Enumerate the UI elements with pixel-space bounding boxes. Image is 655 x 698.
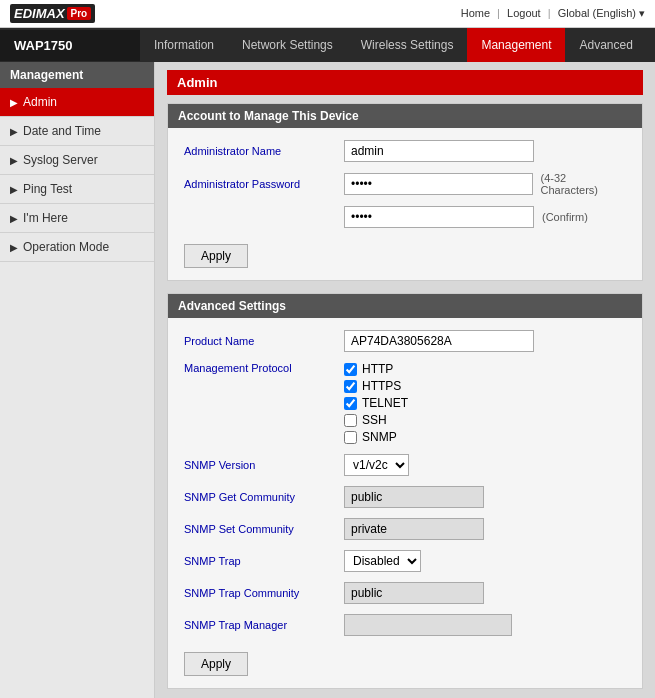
tab-network-settings[interactable]: Network Settings <box>228 28 347 62</box>
sidebar: Management ▶ Admin ▶ Date and Time ▶ Sys… <box>0 62 155 698</box>
protocol-http[interactable]: HTTP <box>344 362 408 376</box>
snmp-trap-manager-input[interactable] <box>344 614 512 636</box>
content-area: Admin Account to Manage This Device Admi… <box>155 62 655 698</box>
snmp-version-select[interactable]: v1/v2c v3 <box>344 454 409 476</box>
sidebar-item-operation-mode-label: Operation Mode <box>23 240 109 254</box>
snmp-version-label: SNMP Version <box>184 459 344 471</box>
snmp-version-row: SNMP Version v1/v2c v3 <box>184 454 626 476</box>
management-protocol-label: Management Protocol <box>184 362 344 374</box>
product-name-input[interactable] <box>344 330 534 352</box>
product-name-label: Product Name <box>184 335 344 347</box>
sidebar-item-date-time[interactable]: ▶ Date and Time <box>0 117 154 146</box>
sidebar-item-imhere-label: I'm Here <box>23 211 68 225</box>
sidebar-title: Management <box>0 62 154 88</box>
tab-wireless-settings[interactable]: Wireless Settings <box>347 28 468 62</box>
tab-advanced[interactable]: Advanced <box>565 28 646 62</box>
telnet-checkbox[interactable] <box>344 397 357 410</box>
snmp-trap-row: SNMP Trap Disabled Enabled <box>184 550 626 572</box>
sidebar-item-admin-label: Admin <box>23 95 57 109</box>
main-layout: Management ▶ Admin ▶ Date and Time ▶ Sys… <box>0 62 655 698</box>
snmp-trap-select[interactable]: Disabled Enabled <box>344 550 421 572</box>
logo: EDIMAX Pro <box>10 4 95 23</box>
admin-name-input[interactable] <box>344 140 534 162</box>
logo-area: EDIMAX Pro <box>10 4 95 23</box>
protocol-snmp[interactable]: SNMP <box>344 430 408 444</box>
account-apply-button[interactable]: Apply <box>184 244 248 268</box>
logo-pro-text: Pro <box>67 7 92 20</box>
sidebar-item-imhere[interactable]: ▶ I'm Here <box>0 204 154 233</box>
management-protocol-row: Management Protocol HTTP HTTPS TELNET <box>184 362 626 444</box>
snmp-trap-label: SNMP Trap <box>184 555 344 567</box>
https-checkbox[interactable] <box>344 380 357 393</box>
language-select[interactable]: Global (English) ▾ <box>558 7 645 19</box>
top-header: EDIMAX Pro Home | Logout | Global (Engli… <box>0 0 655 28</box>
snmp-get-community-row: SNMP Get Community <box>184 486 626 508</box>
sidebar-item-admin[interactable]: ▶ Admin <box>0 88 154 117</box>
sidebar-item-syslog-label: Syslog Server <box>23 153 98 167</box>
admin-password-row: Administrator Password (4-32 Characters) <box>184 172 626 196</box>
nav-tabs: Information Network Settings Wireless Se… <box>140 28 655 62</box>
account-section-body: Administrator Name Administrator Passwor… <box>168 128 642 280</box>
arrow-icon: ▶ <box>10 242 18 253</box>
snmp-trap-community-label: SNMP Trap Community <box>184 587 344 599</box>
snmp-set-community-input[interactable] <box>344 518 484 540</box>
sidebar-item-ping[interactable]: ▶ Ping Test <box>0 175 154 204</box>
account-section-header: Account to Manage This Device <box>168 104 642 128</box>
arrow-icon: ▶ <box>10 155 18 166</box>
page-title: Admin <box>167 70 643 95</box>
admin-password-confirm-input[interactable] <box>344 206 534 228</box>
tab-information[interactable]: Information <box>140 28 228 62</box>
ssh-checkbox[interactable] <box>344 414 357 427</box>
admin-name-row: Administrator Name <box>184 140 626 162</box>
snmp-trap-community-input[interactable] <box>344 582 484 604</box>
snmp-trap-community-row: SNMP Trap Community <box>184 582 626 604</box>
advanced-section-body: Product Name Management Protocol HTTP HT… <box>168 318 642 688</box>
snmp-trap-manager-row: SNMP Trap Manager <box>184 614 626 636</box>
account-section: Account to Manage This Device Administra… <box>167 103 643 281</box>
protocol-checkboxes: HTTP HTTPS TELNET SSH <box>344 362 408 444</box>
admin-name-label: Administrator Name <box>184 145 344 157</box>
snmp-trap-manager-label: SNMP Trap Manager <box>184 619 344 631</box>
snmp-set-community-label: SNMP Set Community <box>184 523 344 535</box>
snmp-get-community-input[interactable] <box>344 486 484 508</box>
arrow-icon: ▶ <box>10 213 18 224</box>
sidebar-item-ping-label: Ping Test <box>23 182 72 196</box>
nav-brand: WAP1750 <box>0 30 140 61</box>
advanced-section-header: Advanced Settings <box>168 294 642 318</box>
admin-password-input[interactable] <box>344 173 533 195</box>
protocol-ssh[interactable]: SSH <box>344 413 408 427</box>
confirm-hint: (Confirm) <box>542 211 588 223</box>
snmp-get-community-label: SNMP Get Community <box>184 491 344 503</box>
password-hint: (4-32 Characters) <box>541 172 626 196</box>
sidebar-item-syslog[interactable]: ▶ Syslog Server <box>0 146 154 175</box>
advanced-section: Advanced Settings Product Name Managemen… <box>167 293 643 689</box>
arrow-icon: ▶ <box>10 97 18 108</box>
home-link[interactable]: Home <box>461 7 490 19</box>
nav-bar: WAP1750 Information Network Settings Wir… <box>0 28 655 62</box>
admin-password-label: Administrator Password <box>184 178 344 190</box>
sidebar-item-date-time-label: Date and Time <box>23 124 101 138</box>
snmp-set-community-row: SNMP Set Community <box>184 518 626 540</box>
arrow-icon: ▶ <box>10 184 18 195</box>
sidebar-item-operation-mode[interactable]: ▶ Operation Mode <box>0 233 154 262</box>
logout-link[interactable]: Logout <box>507 7 541 19</box>
tab-management[interactable]: Management <box>467 28 565 62</box>
advanced-apply-button[interactable]: Apply <box>184 652 248 676</box>
product-name-row: Product Name <box>184 330 626 352</box>
protocol-telnet[interactable]: TELNET <box>344 396 408 410</box>
arrow-icon: ▶ <box>10 126 18 137</box>
protocol-https[interactable]: HTTPS <box>344 379 408 393</box>
snmp-checkbox[interactable] <box>344 431 357 444</box>
top-links: Home | Logout | Global (English) ▾ <box>461 7 645 20</box>
http-checkbox[interactable] <box>344 363 357 376</box>
logo-edimax-text: EDIMAX <box>14 6 65 21</box>
admin-password-confirm-row: (Confirm) <box>184 206 626 228</box>
